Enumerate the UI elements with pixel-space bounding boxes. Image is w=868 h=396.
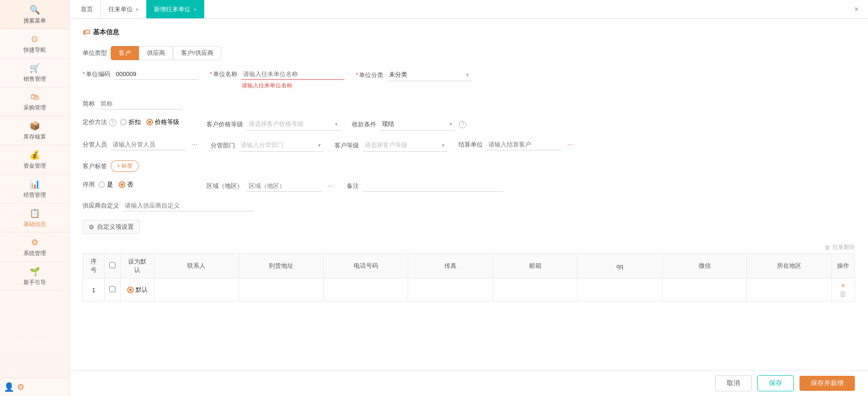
pricing-radio-level-circle (146, 119, 153, 125)
fax-input[interactable] (417, 287, 484, 294)
customer-level-select[interactable]: 请选择客户等级 ▼ (363, 139, 447, 152)
th-contact: 联系人 (154, 254, 239, 279)
sidebar-item-inventory[interactable]: 📦 库存核算 (0, 116, 69, 145)
department-chevron: ▼ (317, 143, 321, 148)
unit-type-customer-btn[interactable]: 客户 (111, 46, 139, 60)
unit-type-supplier-btn[interactable]: 供应商 (139, 46, 173, 60)
default-radio[interactable]: 默认 (125, 286, 149, 294)
sidebar-item-label: 系统管理 (23, 249, 46, 257)
department-placeholder: 请输入分管部门 (241, 141, 315, 149)
supplier-custom-input[interactable] (123, 200, 254, 211)
tab-new-partner[interactable]: 新增往来单位 × (146, 0, 204, 18)
save-new-button[interactable]: 保存并新增 (799, 376, 855, 391)
unit-category-group: *单位分类 未分类 ▼ (356, 69, 472, 81)
sidebar-bottom: 👤 ⚙ (0, 378, 69, 396)
abbreviation-input[interactable] (99, 98, 183, 109)
tab-bar: 首页 往来单位 × 新增往来单位 × × (69, 0, 868, 19)
region-more-btn[interactable]: ··· (326, 182, 335, 190)
table-row: 1 默认 (83, 279, 855, 302)
batch-delete-button[interactable]: 🗑 批量删除 (825, 243, 855, 251)
unit-type-both-btn[interactable]: 客户/供应商 (173, 46, 221, 60)
tab-home-label: 首页 (81, 5, 93, 14)
inventory-icon: 📦 (30, 121, 40, 131)
close-all-button[interactable]: × (849, 5, 864, 14)
sidebar-item-newbie[interactable]: 🌱 新手引导 (0, 262, 69, 291)
sidebar-item-system[interactable]: ⚙ 系统管理 (0, 233, 69, 262)
remark-input[interactable] (363, 180, 503, 192)
row-delete-btn[interactable]: 🗑 (839, 290, 847, 298)
settlement-unit-input[interactable] (487, 139, 562, 150)
customer-price-level-select[interactable]: 请选择客户价格等级 ▼ (247, 118, 341, 131)
cell-email (493, 279, 577, 302)
qq-input[interactable] (586, 287, 654, 294)
sidebar-item-quick-nav[interactable]: ⊙ 快捷导航 (0, 29, 69, 58)
manager-input[interactable] (111, 139, 186, 150)
tab-new-partner-label: 新增往来单位 (154, 5, 190, 14)
payment-terms-select[interactable]: 现结 ▼ (380, 118, 455, 131)
sidebar-item-label: 快捷导航 (23, 46, 46, 54)
row-add-btn[interactable]: + (841, 281, 845, 289)
sidebar-item-purchase[interactable]: 🛍 采购管理 (0, 87, 69, 116)
disable-radio-no[interactable]: 否 (119, 180, 133, 189)
pricing-help-icon[interactable]: ? (109, 119, 116, 126)
contact-input[interactable] (163, 287, 230, 294)
add-tag-button[interactable]: + 标签 (111, 160, 139, 172)
settlement-unit-group: 结算单位 ··· (458, 139, 575, 150)
customer-price-level-group: 客户价格等级 请选择客户价格等级 ▼ (206, 118, 341, 131)
sidebar-item-search[interactable]: 🔍 搜索菜单 (0, 0, 69, 29)
disable-radio-no-circle (119, 181, 125, 188)
select-all-checkbox[interactable] (109, 262, 115, 268)
unit-category-select[interactable]: 未分类 ▼ (387, 69, 472, 81)
tab-new-partner-close[interactable]: × (193, 7, 196, 12)
disable-region-row: 停用 是 否 区域（地区） ··· 备注 (83, 180, 855, 192)
pricing-radio-level[interactable]: 价格等级 (146, 118, 179, 126)
abbreviation-row: 简称 (83, 98, 855, 109)
address-input[interactable] (248, 287, 315, 294)
basic-icon: 📋 (30, 208, 40, 218)
custom-settings-icon: ⚙ (89, 224, 94, 231)
custom-settings-button[interactable]: ⚙ 自定义项设置 (83, 220, 140, 234)
row-checkbox[interactable] (109, 286, 115, 292)
customer-level-group: 客户等级 请选择客户等级 ▼ (335, 139, 447, 152)
unit-category-label: *单位分类 (356, 71, 383, 79)
remark-group: 备注 (347, 180, 503, 192)
cell-area (747, 279, 831, 302)
unit-code-input[interactable] (114, 69, 198, 80)
unit-name-input[interactable] (241, 69, 344, 80)
sidebar-item-finance[interactable]: 💰 资金管理 (0, 145, 69, 174)
unit-name-group: *单位名称 请输入往来单位名称 (210, 69, 344, 90)
department-select[interactable]: 请输入分管部门 ▼ (239, 139, 323, 152)
area-input[interactable] (755, 287, 822, 294)
tab-partners[interactable]: 往来单位 × (101, 0, 146, 18)
th-wechat: 微信 (662, 254, 746, 279)
manager-row: 分管人员 ··· 分管部门 请输入分管部门 ▼ 客户等级 请选择客户等级 ▼ 结… (83, 139, 855, 152)
region-input[interactable] (247, 180, 322, 192)
user-icon: 👤 (4, 382, 14, 392)
manager-more-btn[interactable]: ··· (190, 140, 199, 149)
wechat-input[interactable] (671, 287, 738, 294)
disable-radio-yes[interactable]: 是 (99, 180, 113, 189)
sidebar-item-sales[interactable]: 🛒 销售管理 (0, 58, 69, 87)
sidebar-item-operations[interactable]: 📊 经营管理 (0, 174, 69, 203)
unit-name-error: 请输入往来单位名称 (242, 82, 292, 90)
save-button[interactable]: 保存 (757, 375, 794, 391)
sidebar-item-basic[interactable]: 📋 基础信息 (0, 203, 69, 233)
payment-terms-help-icon[interactable]: ? (459, 121, 466, 128)
settlement-more-btn[interactable]: ··· (565, 140, 575, 149)
cancel-button[interactable]: 取消 (715, 375, 752, 391)
tab-partners-close[interactable]: × (136, 7, 138, 12)
section-title-text: 基本信息 (93, 28, 119, 37)
phone-input[interactable] (332, 287, 399, 294)
email-input[interactable] (502, 287, 569, 294)
settlement-unit-label: 结算单位 (458, 140, 483, 149)
footer-bar: 取消 保存 保存并新增 (69, 370, 868, 396)
category-chevron-icon: ▼ (465, 72, 470, 78)
tab-home[interactable]: 首页 (73, 0, 101, 18)
unit-category-value: 未分类 (389, 70, 463, 79)
section-title: 🏷 基本信息 (83, 28, 855, 37)
region-label: 区域（地区） (206, 182, 243, 190)
pricing-radio-discount[interactable]: 折扣 (120, 118, 141, 126)
cell-seq: 1 (83, 279, 105, 302)
purchase-icon: 🛍 (30, 92, 39, 102)
disable-radio-yes-label: 是 (107, 180, 113, 189)
